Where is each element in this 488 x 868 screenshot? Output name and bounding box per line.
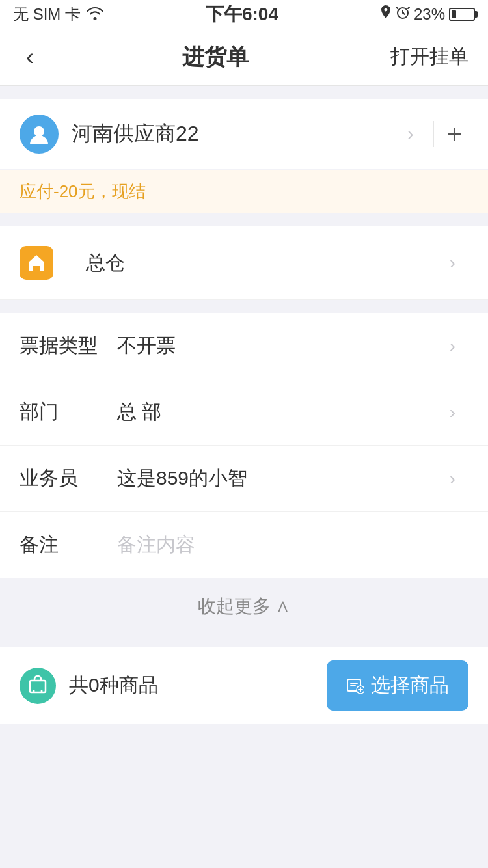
open-pending-button[interactable]: 打开挂单 bbox=[390, 44, 468, 70]
invoice-value: 不开票 bbox=[117, 332, 450, 359]
page-title: 进货单 bbox=[182, 42, 249, 72]
warehouse-section: 总仓 › bbox=[0, 226, 488, 300]
add-supplier-button[interactable]: + bbox=[441, 120, 468, 149]
warehouse-icon bbox=[20, 246, 53, 280]
svg-rect-2 bbox=[33, 266, 40, 271]
carrier-text: 无 SIM 卡 bbox=[13, 4, 81, 25]
alarm-icon bbox=[396, 5, 410, 23]
department-label: 部门 bbox=[20, 399, 98, 426]
department-value: 总 部 bbox=[117, 399, 450, 426]
invoice-chevron-icon: › bbox=[450, 336, 455, 357]
salesman-value: 这是859的小智 bbox=[117, 465, 450, 492]
battery-percentage: 23% bbox=[414, 5, 445, 23]
notice-text: 应付-20元，现结 bbox=[20, 182, 146, 201]
battery-icon bbox=[449, 8, 475, 21]
supplier-row[interactable]: 河南供应商22 › + bbox=[0, 99, 488, 170]
warehouse-chevron-icon: › bbox=[450, 252, 455, 273]
supplier-avatar bbox=[20, 115, 59, 154]
product-icon bbox=[20, 668, 56, 704]
select-product-icon bbox=[346, 677, 364, 695]
gray-background bbox=[0, 724, 488, 868]
cart-icon bbox=[27, 675, 48, 696]
remark-input[interactable]: 备注内容 bbox=[117, 532, 468, 558]
section-gap-3 bbox=[0, 300, 488, 313]
supplier-section: 河南供应商22 › + 应付-20元，现结 bbox=[0, 99, 488, 213]
svg-rect-3 bbox=[30, 681, 46, 692]
supplier-chevron-icon: › bbox=[407, 124, 413, 144]
department-row[interactable]: 部门 总 部 › bbox=[0, 379, 488, 446]
svg-point-4 bbox=[41, 690, 43, 692]
department-chevron-icon: › bbox=[450, 402, 455, 423]
section-gap-1 bbox=[0, 86, 488, 99]
section-gap-4 bbox=[0, 634, 488, 647]
wifi-icon bbox=[86, 5, 104, 23]
bottom-bar: 共0种商品 选择商品 bbox=[0, 647, 488, 724]
section-gap-2 bbox=[0, 213, 488, 226]
svg-point-1 bbox=[34, 126, 44, 137]
warehouse-row[interactable]: 总仓 › bbox=[0, 226, 488, 300]
user-icon bbox=[27, 122, 51, 146]
status-time: 下午6:04 bbox=[206, 2, 278, 27]
salesman-chevron-icon: › bbox=[450, 468, 455, 489]
invoice-row[interactable]: 票据类型 不开票 › bbox=[0, 313, 488, 379]
status-bar: 无 SIM 卡 下午6:04 23% bbox=[0, 0, 488, 29]
nav-bar: ‹ 进货单 打开挂单 bbox=[0, 29, 488, 86]
status-left: 无 SIM 卡 bbox=[13, 4, 104, 25]
back-button[interactable]: ‹ bbox=[20, 37, 40, 77]
supplier-name: 河南供应商22 bbox=[72, 120, 407, 148]
invoice-label: 票据类型 bbox=[20, 332, 98, 359]
select-product-button[interactable]: 选择商品 bbox=[327, 660, 468, 711]
select-product-label: 选择商品 bbox=[371, 672, 449, 699]
salesman-row[interactable]: 业务员 这是859的小智 › bbox=[0, 446, 488, 512]
product-count: 共0种商品 bbox=[69, 672, 314, 699]
collapse-row[interactable]: 收起更多 ∧ bbox=[0, 578, 488, 634]
remark-row[interactable]: 备注 备注内容 bbox=[0, 512, 488, 578]
remark-label: 备注 bbox=[20, 532, 98, 558]
svg-point-5 bbox=[33, 690, 35, 692]
notice-bar: 应付-20元，现结 bbox=[0, 170, 488, 213]
status-right: 23% bbox=[380, 5, 475, 23]
divider bbox=[433, 121, 434, 147]
location-icon bbox=[380, 5, 392, 23]
warehouse-name: 总仓 bbox=[86, 250, 450, 277]
form-section: 票据类型 不开票 › 部门 总 部 › 业务员 这是859的小智 › 备注 备注… bbox=[0, 313, 488, 578]
collapse-label: 收起更多 ∧ bbox=[198, 594, 291, 619]
house-icon bbox=[27, 253, 46, 273]
salesman-label: 业务员 bbox=[20, 465, 98, 492]
